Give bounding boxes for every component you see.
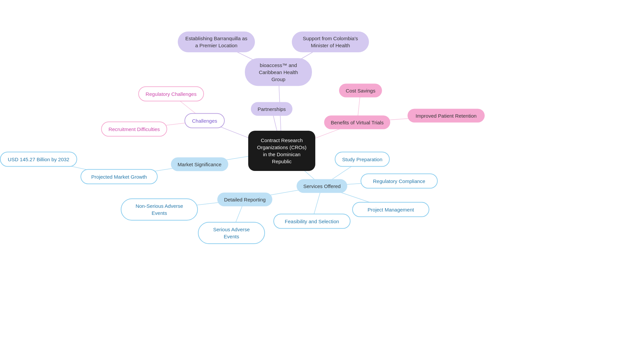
node-challenges[interactable]: Challenges: [184, 113, 225, 128]
node-improved_patient_retention[interactable]: Improved Patient Retention: [408, 109, 485, 123]
node-benefits_virtual[interactable]: Benefits of Virtual Trials: [324, 116, 390, 129]
node-non_serious_adverse_events[interactable]: Non-Serious Adverse Events: [121, 198, 198, 221]
node-study_preparation[interactable]: Study Preparation: [335, 152, 390, 167]
node-detailed_reporting[interactable]: Detailed Reporting: [217, 193, 272, 206]
node-recruitment_difficulties[interactable]: Recruitment Difficulties: [101, 122, 167, 137]
node-center[interactable]: Contract Research Organizations (CROs) i…: [248, 131, 315, 171]
mindmap-container: Contract Research Organizations (CROs) i…: [0, 0, 644, 363]
node-project_management[interactable]: Project Management: [352, 202, 429, 217]
node-cost_savings[interactable]: Cost Savings: [339, 84, 382, 98]
node-services_offered[interactable]: Services Offered: [297, 179, 347, 193]
node-regulatory_compliance[interactable]: Regulatory Compliance: [361, 174, 438, 189]
node-bioaccess[interactable]: bioaccess™ and Caribbean Health Group: [245, 58, 312, 86]
node-establishing[interactable]: Establishing Barranquilla as a Premier L…: [178, 32, 255, 52]
node-partnerships[interactable]: Partnerships: [251, 102, 292, 116]
node-regulatory_challenges[interactable]: Regulatory Challenges: [138, 86, 204, 102]
node-projected_market_growth[interactable]: Projected Market Growth: [80, 169, 158, 184]
node-usd[interactable]: USD 145.27 Billion by 2032: [0, 152, 77, 167]
node-feasibility_selection[interactable]: Feasibility and Selection: [273, 214, 351, 229]
node-support_colombia[interactable]: Support from Colombia's Minister of Heal…: [292, 32, 369, 52]
node-serious_adverse_events[interactable]: Serious Adverse Events: [198, 222, 265, 244]
node-market_significance[interactable]: Market Significance: [171, 158, 228, 171]
